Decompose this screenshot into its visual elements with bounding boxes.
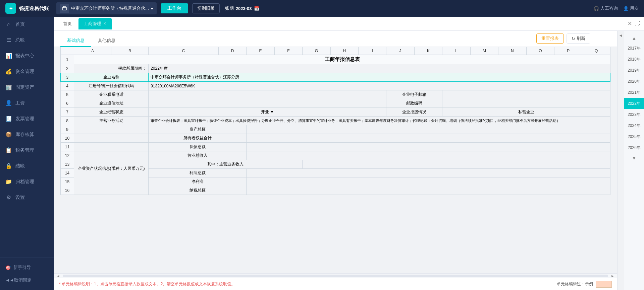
data-cell[interactable]: 开业 ▼ xyxy=(149,108,386,117)
year-item-2021[interactable]: 2021年 xyxy=(624,87,644,98)
sidebar-item-settings[interactable]: ⚙ 设置 xyxy=(0,190,54,205)
horizontal-scrollbar[interactable]: ◄ ► xyxy=(54,273,617,278)
close-window-icon[interactable]: ✕ xyxy=(628,20,632,27)
col-header-q: Q xyxy=(582,47,610,55)
row-num: 13 xyxy=(61,160,74,169)
header-right: 🎧 人工咨询 👤 用友 xyxy=(594,5,639,11)
calendar-icon[interactable]: 📅 xyxy=(254,6,259,11)
col-header-a: A xyxy=(74,47,111,55)
sidebar-item-assets[interactable]: 🏢 固定资产 xyxy=(0,79,54,95)
user-area[interactable]: 👤 用友 xyxy=(623,5,639,11)
data-cell[interactable]: 审查企业会计报表；出具审计报告；验证企业资本；出具验资报告；办理企业合开、分立、… xyxy=(149,117,610,125)
data-cell[interactable] xyxy=(149,99,386,108)
old-version-button[interactable]: 切到旧版 xyxy=(192,3,220,13)
sidebar-bottom: 🎯 新手引导 ◄◄取消固定 xyxy=(0,258,54,290)
year-scroll-down[interactable]: ▼ xyxy=(624,153,644,163)
data-cell[interactable] xyxy=(247,186,610,195)
table-area[interactable]: A B C D E F G H I J K L xyxy=(54,47,617,273)
sidebar-item-archive[interactable]: 📁 归档管理 xyxy=(0,174,54,190)
sub-tab-other[interactable]: 其他信息 xyxy=(91,35,122,47)
table-row: 7 企业经营状态 开业 ▼ 企业控股情况 私营企业 xyxy=(61,108,610,117)
reset-button[interactable]: 重置报表 xyxy=(536,33,564,44)
company-name: 中审众环会计师事务所（特殊普通合伙... xyxy=(71,5,149,11)
cancel-pin-button[interactable]: ◄◄取消固定 xyxy=(0,274,54,287)
year-item-2023[interactable]: 2023年 xyxy=(624,109,644,120)
year-item-2025[interactable]: 2025年 xyxy=(624,131,644,142)
year-item-2019[interactable]: 2019年 xyxy=(624,65,644,76)
period-area: 账期 2023-03 📅 xyxy=(225,5,259,11)
data-cell xyxy=(74,134,149,143)
sidebar-item-inventory[interactable]: 📦 库存核算 xyxy=(0,127,54,142)
tab-home[interactable]: 首页 xyxy=(58,18,77,29)
data-cell[interactable] xyxy=(247,151,610,160)
table-row: 5 企业联系电话 企业电子邮箱 xyxy=(61,90,610,99)
sidebar-item-label: 工资 xyxy=(15,100,25,106)
consult-button[interactable]: 🎧 人工咨询 xyxy=(594,5,618,11)
sub-tab-basic[interactable]: 基础信息 xyxy=(60,35,91,47)
data-cell: 负债总额 xyxy=(149,143,247,151)
chevron-down-icon: ▾ xyxy=(151,6,153,11)
user-icon: 👤 xyxy=(623,6,629,11)
settings-icon: ⚙ xyxy=(5,194,12,201)
logo-icon: ✦ xyxy=(5,3,16,14)
sidebar-item-salary[interactable]: 👤 工资 xyxy=(0,95,54,111)
data-cell[interactable] xyxy=(247,134,610,143)
new-guide[interactable]: 🎯 新手引导 xyxy=(0,261,54,274)
data-cell[interactable]: 91320100MA208E5W6K xyxy=(149,82,610,90)
data-cell[interactable] xyxy=(247,169,610,177)
sidebar-item-invoice[interactable]: 🧾 发票管理 xyxy=(0,111,54,127)
tab-commerce[interactable]: 工商管理 ✕ xyxy=(78,18,112,29)
company-selector[interactable]: 中审众环会计师事务所（特殊普通合伙... ▾ xyxy=(56,2,157,14)
tab-close-icon[interactable]: ✕ xyxy=(103,21,106,26)
sidebar-item-tax[interactable]: 📋 税务管理 xyxy=(0,142,54,158)
data-cell[interactable] xyxy=(442,99,610,108)
year-item-2026[interactable]: 2026年 xyxy=(624,142,644,153)
year-item-2017[interactable]: 2017年 xyxy=(624,43,644,54)
col-header-c: C xyxy=(149,47,219,55)
scroll-track[interactable] xyxy=(63,275,608,277)
sidebar-item-label: 首页 xyxy=(15,21,25,27)
expand-window-icon[interactable]: ⛶ xyxy=(635,20,640,27)
logo-text: 畅捷通易代账 xyxy=(19,5,49,12)
year-panel: ▲ 2017年 2018年 2019年 2020年 2021年 2022年 20… xyxy=(624,31,644,290)
row-num: 12 xyxy=(61,151,74,160)
invoice-icon: 🧾 xyxy=(5,116,12,122)
table-row: 11 负债总额 xyxy=(61,143,610,151)
data-cell[interactable] xyxy=(303,160,610,169)
row-num: 3 xyxy=(61,73,74,82)
col-header-f: F xyxy=(274,47,302,55)
left-content: 基础信息 其他信息 重置报表 ↻ 刷新 xyxy=(54,31,617,290)
data-cell[interactable] xyxy=(149,90,386,99)
title-cell[interactable]: 工商年报信息表 xyxy=(74,55,610,64)
year-item-2018[interactable]: 2018年 xyxy=(624,54,644,65)
year-item-2024[interactable]: 2024年 xyxy=(624,120,644,131)
data-cell[interactable] xyxy=(247,177,610,186)
year-scroll-up[interactable]: ▲ xyxy=(624,33,644,43)
data-cell[interactable] xyxy=(247,143,610,151)
corner-cell xyxy=(61,47,74,55)
table-row: 10 所有者权益合计 xyxy=(61,134,610,143)
data-cell[interactable]: 私营企业 xyxy=(442,108,610,117)
collapse-button[interactable]: ◄ xyxy=(618,32,624,39)
sidebar-item-finance[interactable]: 💰 资金管理 xyxy=(0,64,54,79)
sidebar-item-report[interactable]: 📊 报表中心 xyxy=(0,48,54,64)
data-cell[interactable]: 中审众环会计师事务所（特殊普通合伙）江苏分所 xyxy=(149,73,610,82)
collapse-panel: ◄ xyxy=(617,31,624,290)
main-content: 首页 工商管理 ✕ ✕ ⛶ 基础信息 xyxy=(54,17,644,290)
data-cell: 资产总额 xyxy=(149,125,247,134)
year-item-2020[interactable]: 2020年 xyxy=(624,76,644,87)
scroll-right-arrow[interactable]: ► xyxy=(609,274,616,278)
table-row: 6 企业通信地址 邮政编码 xyxy=(61,99,610,108)
data-cell[interactable]: 2022年度 xyxy=(149,64,610,73)
data-cell[interactable] xyxy=(442,90,610,99)
scroll-left-arrow[interactable]: ◄ xyxy=(55,274,61,278)
sidebar-item-home[interactable]: ⌂ 首页 xyxy=(0,17,54,32)
data-cell[interactable] xyxy=(247,125,610,134)
data-cell: 企业名称 xyxy=(74,73,149,82)
workbench-button[interactable]: 工作台 xyxy=(161,3,188,13)
sidebar-item-close[interactable]: 🔒 结账 xyxy=(0,158,54,174)
refresh-button[interactable]: ↻ 刷新 xyxy=(567,33,590,44)
table-row: 4 注册号/统一社会信用代码 91320100MA208E5W6K xyxy=(61,82,610,90)
year-item-2022[interactable]: 2022年 xyxy=(624,98,644,109)
sidebar-item-ledger[interactable]: ☰ 总账 xyxy=(0,32,54,48)
